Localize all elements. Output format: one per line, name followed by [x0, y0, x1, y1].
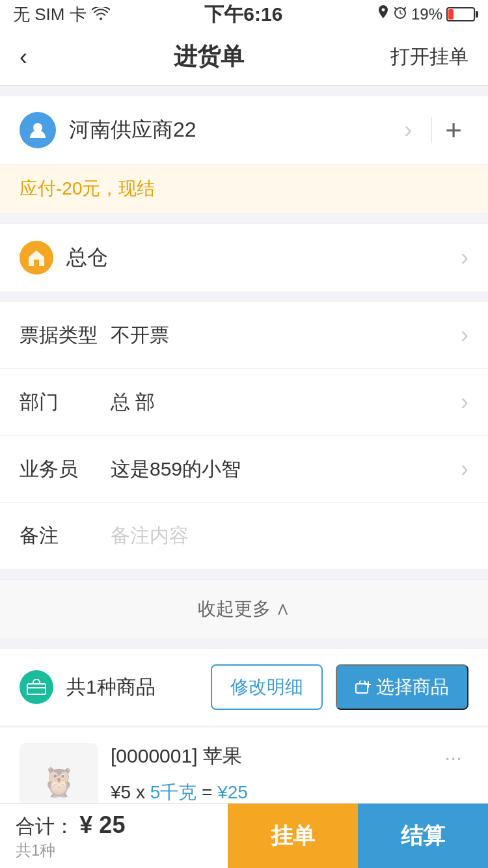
battery-icon: [446, 7, 475, 21]
location-icon: [377, 5, 389, 23]
product-more-button[interactable]: ···: [438, 743, 468, 772]
status-carrier: 无 SIM 卡: [13, 3, 110, 26]
invoice-value: 不开票: [111, 322, 461, 349]
select-product-button[interactable]: 选择商品: [336, 664, 468, 710]
products-icon: [20, 670, 53, 704]
supplier-avatar: [20, 112, 56, 148]
svg-rect-2: [34, 260, 39, 266]
product-price: ¥5 x 5千克 = ¥25: [111, 780, 425, 805]
supplier-row[interactable]: 河南供应商22 +: [0, 96, 488, 165]
invoice-chevron-icon: [461, 321, 468, 349]
collapse-label: 收起更多 ∧: [198, 599, 291, 619]
total-sub: 共1种: [16, 840, 212, 861]
status-icons: 19%: [377, 5, 475, 23]
notice-bar: 应付-20元，现结: [0, 165, 488, 213]
price-qty: 5千克: [150, 782, 197, 802]
status-time: 下午6:16: [204, 1, 282, 28]
status-bar: 无 SIM 卡 下午6:16 19%: [0, 0, 488, 29]
battery-text: 19%: [411, 5, 442, 23]
notice-text: 应付-20元，现结: [20, 178, 155, 198]
remark-input[interactable]: 备注内容: [111, 522, 468, 549]
product-name: [0000001] 苹果: [111, 743, 425, 770]
product-info: [0000001] 苹果 ¥5 x 5千克 = ¥25: [111, 743, 425, 805]
bottom-bar: 合计： ¥ 25 共1种 挂单 结算: [0, 803, 488, 868]
total-area: 合计： ¥ 25 共1种: [0, 804, 228, 868]
remark-label: 备注: [20, 522, 98, 549]
page-title: 进货单: [174, 41, 244, 73]
sales-value: 这是859的小智: [111, 456, 461, 483]
invoice-row[interactable]: 票据类型 不开票: [0, 302, 488, 369]
divider: [431, 117, 432, 143]
supplier-section: 河南供应商22 + 应付-20元，现结: [0, 96, 488, 213]
products-header: 共1种商品 修改明细 选择商品: [0, 649, 488, 726]
checkout-button[interactable]: 结算: [358, 804, 488, 868]
warehouse-section: 总仓: [0, 223, 488, 292]
remark-row[interactable]: 备注 备注内容: [0, 503, 488, 569]
back-button[interactable]: ‹: [20, 44, 27, 71]
svg-rect-5: [356, 684, 368, 693]
sales-row[interactable]: 业务员 这是859的小智: [0, 436, 488, 503]
sales-chevron-icon: [461, 455, 468, 483]
warehouse-name: 总仓: [66, 243, 461, 272]
owl-icon: 🦉: [36, 759, 81, 805]
dept-value: 总 部: [111, 389, 461, 416]
price-total: ¥25: [217, 782, 248, 802]
svg-rect-3: [27, 684, 46, 694]
warehouse-icon: [20, 241, 53, 275]
warehouse-row[interactable]: 总仓: [0, 223, 488, 292]
total-amount: ¥ 25: [79, 811, 125, 838]
product-code: [0000001]: [111, 745, 197, 766]
edit-details-button[interactable]: 修改明细: [211, 664, 323, 710]
sales-label: 业务员: [20, 456, 98, 483]
select-product-label: 选择商品: [376, 675, 449, 699]
collapse-bar[interactable]: 收起更多 ∧: [0, 579, 488, 638]
alarm-icon: [393, 5, 407, 23]
total-row: 合计： ¥ 25: [16, 811, 212, 840]
price-value: ¥5: [111, 782, 131, 802]
dept-chevron-icon: [461, 388, 468, 416]
wifi-icon: [92, 5, 110, 25]
nav-bar: ‹ 进货单 打开挂单: [0, 29, 488, 86]
hang-button[interactable]: 挂单: [228, 804, 358, 868]
dept-label: 部门: [20, 389, 98, 416]
invoice-label: 票据类型: [20, 322, 98, 349]
warehouse-chevron-icon: [461, 244, 468, 271]
carrier-text: 无 SIM 卡: [13, 3, 87, 26]
open-hang-button[interactable]: 打开挂单: [390, 44, 468, 70]
products-count: 共1种商品: [66, 674, 198, 701]
supplier-chevron-icon: [404, 116, 412, 144]
add-button[interactable]: +: [439, 114, 468, 146]
total-label: 合计：: [16, 815, 74, 837]
supplier-name: 河南供应商22: [69, 116, 404, 144]
dept-row[interactable]: 部门 总 部: [0, 369, 488, 436]
form-section: 票据类型 不开票 部门 总 部 业务员 这是859的小智 备注 备注内容: [0, 302, 488, 569]
product-title: 苹果: [203, 745, 242, 766]
